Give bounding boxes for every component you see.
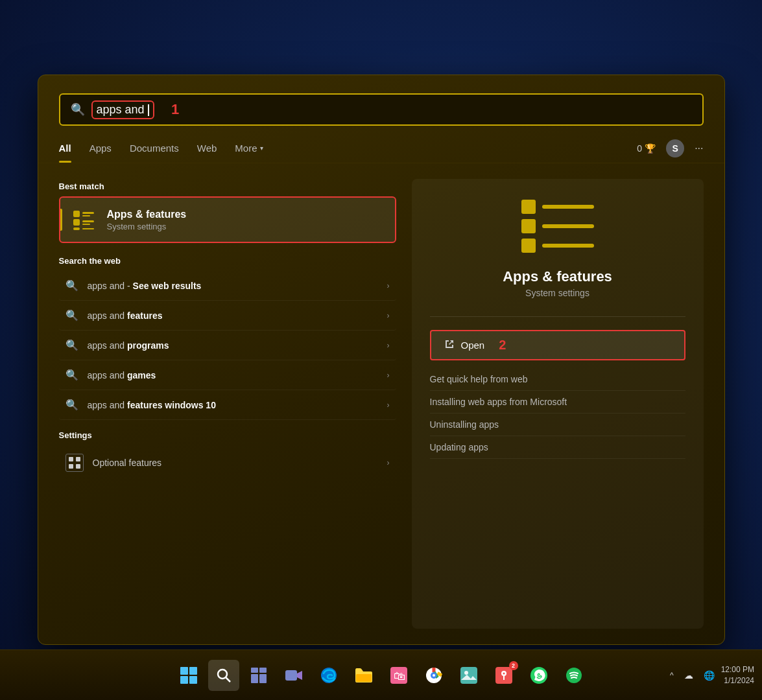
- clock[interactable]: 12:00 PM 1/1/2024: [721, 664, 754, 686]
- chevron-right-icon-5: ›: [387, 401, 390, 410]
- web-result-text-2: apps and features: [88, 310, 378, 321]
- icon-square-1: [521, 200, 536, 214]
- best-match-title-rest: & features: [133, 209, 187, 220]
- chevron-right-icon-3: ›: [387, 341, 390, 350]
- maps-button[interactable]: 2: [488, 660, 519, 691]
- date-display: 1/1/2024: [721, 675, 754, 686]
- nav-user-avatar[interactable]: S: [666, 139, 684, 158]
- chevron-down-icon: ▾: [260, 145, 263, 152]
- svg-point-16: [218, 670, 227, 679]
- tab-documents[interactable]: Documents: [130, 139, 179, 158]
- tab-web[interactable]: Web: [197, 139, 217, 158]
- right-panel-icon: [521, 200, 594, 253]
- web-result-5[interactable]: 🔍 apps and features windows 10 ›: [59, 390, 396, 420]
- chevron-right-icon-settings: ›: [387, 458, 390, 467]
- file-explorer-button[interactable]: [348, 660, 379, 691]
- svg-rect-6: [73, 228, 80, 230]
- help-item-1[interactable]: Get quick help from web: [430, 368, 685, 391]
- search-icon: 🔍: [71, 102, 85, 117]
- whatsapp-button[interactable]: [523, 660, 554, 691]
- video-app-button[interactable]: [278, 660, 309, 691]
- svg-line-17: [226, 677, 230, 682]
- help-item-3[interactable]: Uninstalling apps: [430, 414, 685, 436]
- chevron-up-icon[interactable]: ^: [666, 668, 678, 682]
- svg-rect-12: [180, 667, 188, 675]
- chevron-right-icon-2: ›: [387, 311, 390, 320]
- svg-rect-25: [356, 674, 372, 682]
- web-result-text-5: apps and features windows 10: [88, 400, 378, 410]
- web-result-text-3: apps and programs: [88, 340, 378, 351]
- best-match-item[interactable]: Apps & features System settings: [59, 196, 396, 243]
- svg-text:🛍: 🛍: [394, 670, 405, 682]
- search-web-label: Search the web: [59, 256, 396, 266]
- maps-badge: 2: [509, 661, 518, 670]
- icon-line-1: [542, 205, 594, 209]
- svg-rect-14: [180, 676, 188, 684]
- settings-label: Settings: [59, 430, 396, 440]
- right-panel-subtitle: System settings: [525, 288, 589, 298]
- edge-button[interactable]: [313, 660, 344, 691]
- web-result-2[interactable]: 🔍 apps and features ›: [59, 301, 396, 331]
- svg-rect-20: [251, 674, 258, 683]
- task-view-button[interactable]: [243, 660, 274, 691]
- nav-more-options[interactable]: ···: [695, 143, 703, 154]
- svg-rect-10: [69, 464, 73, 469]
- network-icon[interactable]: 🌐: [700, 668, 719, 683]
- help-item-2[interactable]: Installing web apps from Microsoft: [430, 391, 685, 414]
- cloud-icon[interactable]: ☁: [680, 668, 697, 683]
- icon-line-3: [542, 244, 594, 248]
- tab-apps[interactable]: Apps: [89, 139, 112, 158]
- svg-rect-4: [82, 220, 94, 222]
- main-content: Best match: [38, 163, 724, 644]
- tab-all[interactable]: All: [59, 139, 71, 158]
- svg-rect-3: [73, 219, 80, 226]
- store-button[interactable]: 🛍: [383, 660, 414, 691]
- start-button[interactable]: [173, 660, 204, 691]
- search-result-icon-2: 🔍: [65, 309, 78, 321]
- taskbar-search-button[interactable]: [208, 660, 239, 691]
- divider: [430, 316, 685, 317]
- search-bar[interactable]: 🔍 apps and 1: [59, 93, 704, 126]
- apps-features-icon: [71, 207, 97, 233]
- svg-point-37: [503, 672, 505, 674]
- search-input-text: apps and: [97, 103, 145, 116]
- web-result-1[interactable]: 🔍 apps and - See web results ›: [59, 271, 396, 301]
- svg-rect-13: [189, 667, 197, 675]
- help-item-4[interactable]: Updating apps: [430, 436, 685, 459]
- web-result-text-4: apps and games: [88, 370, 378, 380]
- best-match-text: Apps & features System settings: [107, 209, 385, 231]
- svg-rect-21: [259, 674, 267, 683]
- chrome-button[interactable]: [418, 660, 449, 691]
- search-result-icon-5: 🔍: [65, 399, 78, 411]
- best-match-subtitle: System settings: [107, 222, 385, 231]
- search-result-icon-4: 🔍: [65, 369, 78, 381]
- spotify-button[interactable]: [558, 660, 589, 691]
- taskbar-center: 🛍: [173, 660, 589, 691]
- photos-button[interactable]: [453, 660, 484, 691]
- open-badge-number: 2: [499, 338, 506, 353]
- svg-rect-15: [189, 676, 197, 684]
- web-result-text-1: apps and - See web results: [88, 281, 378, 291]
- web-result-3[interactable]: 🔍 apps and programs ›: [59, 331, 396, 360]
- svg-rect-7: [82, 228, 94, 229]
- right-panel: Apps & features System settings Open 2: [412, 179, 704, 629]
- optional-features-item[interactable]: Optional features ›: [59, 445, 396, 480]
- search-badge-number: 1: [171, 101, 179, 118]
- chevron-right-icon-1: ›: [387, 281, 390, 290]
- search-input-highlight: apps and: [93, 102, 154, 118]
- web-result-4[interactable]: 🔍 apps and games ›: [59, 360, 396, 390]
- chevron-right-icon-4: ›: [387, 371, 390, 380]
- nav-right: 0 🏆 S ···: [637, 139, 703, 158]
- nav-tabs: All Apps Documents Web More ▾ 0 🏆 S ···: [38, 139, 724, 163]
- best-match-title: Apps & features: [107, 209, 385, 220]
- open-external-icon: [444, 339, 455, 352]
- open-button[interactable]: Open 2: [430, 330, 685, 360]
- search-cursor: [148, 104, 149, 116]
- system-tray: ^ ☁ 🌐 12:00 PM 1/1/2024: [666, 664, 754, 686]
- svg-rect-9: [76, 457, 80, 461]
- search-window: 🔍 apps and 1 All Apps Documents Web More…: [38, 75, 725, 645]
- svg-point-33: [464, 671, 468, 675]
- tab-more[interactable]: More ▾: [235, 139, 263, 158]
- svg-rect-1: [82, 212, 94, 214]
- search-result-icon-3: 🔍: [65, 339, 78, 351]
